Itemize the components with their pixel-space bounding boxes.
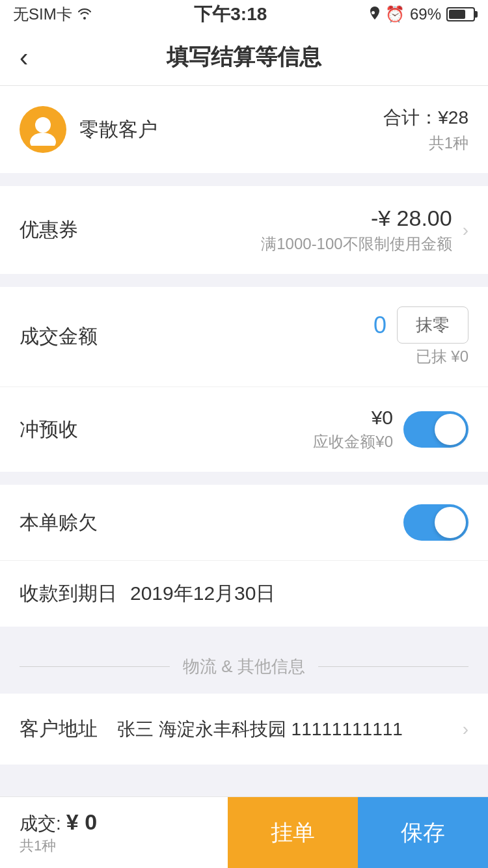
due-date-value: 2019年12月30日 (130, 580, 275, 607)
toggle-knob (435, 414, 466, 445)
location-icon (370, 5, 380, 23)
address-label: 客户地址 (20, 716, 98, 742)
credit-row: 本单赊欠 (0, 485, 488, 561)
coupon-desc: 满1000-100不限制使用金额 (261, 234, 452, 254)
carrier-text: 无SIM卡 (13, 4, 72, 25)
advance-toggle[interactable] (403, 411, 468, 448)
coupon-discount: -¥ 28.00 (261, 206, 452, 231)
status-right: ⏰ 69% (370, 5, 475, 23)
address-chevron-icon: › (463, 719, 468, 740)
bottom-footer: 成交: ¥ 0 共1种 挂单 保存 (0, 796, 488, 868)
credit-value-block (403, 504, 468, 541)
divider-2 (0, 274, 488, 287)
deal-amount-value-block: 抹零 已抹 ¥0 (347, 306, 468, 367)
already-rounded: 已抹 ¥0 (347, 346, 468, 367)
advance-row: 冲预收 ¥0 应收金额¥0 (0, 387, 488, 472)
footer-amount: ¥ 0 (66, 809, 97, 835)
advance-label: 冲预收 (20, 416, 78, 443)
advance-amount: ¥0 (313, 407, 393, 429)
nav-bar: ‹ 填写结算等信息 (0, 29, 488, 86)
alarm-icon: ⏰ (385, 5, 405, 23)
address-row[interactable]: 客户地址 张三 海淀永丰科技园 11111111111 › (0, 694, 488, 765)
round-zero-button[interactable]: 抹零 (397, 306, 468, 344)
credit-toggle-knob (435, 507, 466, 538)
customer-name: 零散客户 (79, 116, 157, 143)
svg-point-1 (30, 133, 56, 146)
deal-amount-row: 成交金额 抹零 已抹 ¥0 (0, 287, 488, 387)
footer-count: 共1种 (20, 836, 208, 856)
customer-section: 零散客户 合计：¥28 共1种 (0, 86, 488, 173)
deal-amount-input[interactable] (347, 312, 386, 339)
divider-line-left (20, 666, 170, 667)
coupon-chevron-icon: › (463, 220, 468, 241)
customer-left: 零散客户 (20, 106, 157, 153)
hang-button[interactable]: 挂单 (228, 797, 358, 869)
divider-1 (0, 173, 488, 186)
nav-title: 填写结算等信息 (167, 42, 321, 72)
back-button[interactable]: ‹ (20, 44, 28, 70)
coupon-row[interactable]: 优惠券 -¥ 28.00 满1000-100不限制使用金额 › (0, 186, 488, 274)
battery-icon (446, 7, 475, 21)
due-date-label: 收款到期日 (20, 580, 117, 607)
deal-right-block: 抹零 已抹 ¥0 (347, 306, 468, 367)
save-button[interactable]: 保存 (358, 797, 488, 869)
main-content: 零散客户 合计：¥28 共1种 优惠券 -¥ 28.00 满1000-100不限… (0, 86, 488, 843)
advance-value-block: ¥0 应收金额¥0 (313, 407, 468, 452)
battery-text: 69% (410, 5, 441, 23)
divider-3 (0, 472, 488, 485)
status-time: 下午3:18 (194, 2, 267, 27)
deal-amount-label: 成交金额 (20, 323, 98, 350)
footer-deal-label: 成交: (20, 811, 61, 836)
advance-right-block: ¥0 应收金额¥0 (313, 407, 393, 452)
logistics-divider: 物流 & 其他信息 (20, 655, 468, 678)
logistics-section: 物流 & 其他信息 (0, 640, 488, 694)
total-count: 共1种 (383, 133, 468, 154)
status-bar: 无SIM卡 下午3:18 ⏰ 69% (0, 0, 488, 29)
credit-section: 本单赊欠 收款到期日 2019年12月30日 (0, 485, 488, 627)
address-value: 张三 海淀永丰科技园 11111111111 (117, 717, 443, 742)
coupon-section: 优惠券 -¥ 28.00 满1000-100不限制使用金额 › (0, 186, 488, 274)
advance-sub: 应收金额¥0 (313, 431, 393, 452)
coupon-value: -¥ 28.00 满1000-100不限制使用金额 (261, 206, 452, 254)
svg-point-0 (35, 117, 51, 133)
divider-line-right (318, 666, 468, 667)
customer-total: 合计：¥28 共1种 (383, 105, 468, 154)
credit-label: 本单赊欠 (20, 509, 98, 536)
deal-section: 成交金额 抹零 已抹 ¥0 冲预收 ¥0 应收金额¥0 (0, 287, 488, 472)
address-section: 客户地址 张三 海淀永丰科技园 11111111111 › (0, 694, 488, 765)
due-date-row: 收款到期日 2019年12月30日 (0, 561, 488, 627)
coupon-label: 优惠券 (20, 217, 78, 243)
credit-toggle[interactable] (403, 504, 468, 541)
coupon-value-block: -¥ 28.00 满1000-100不限制使用金额 › (261, 206, 468, 254)
total-amount: 合计：¥28 (383, 105, 468, 130)
wifi-icon (77, 5, 92, 23)
avatar (20, 106, 66, 153)
logistics-title: 物流 & 其他信息 (183, 655, 305, 678)
logistics-header: 物流 & 其他信息 (0, 640, 488, 694)
status-left: 无SIM卡 (13, 4, 92, 25)
footer-info: 成交: ¥ 0 共1种 (0, 809, 228, 856)
